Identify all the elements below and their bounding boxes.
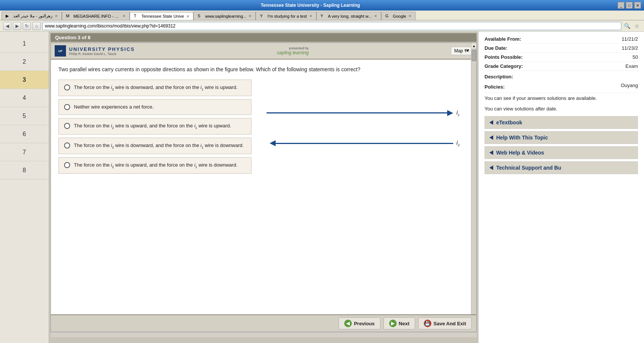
- horizontal-scrollbar[interactable]: [51, 332, 477, 337]
- university-logo: UP UNIVERSITY PHYSICS Philip R. Kesten D…: [55, 45, 135, 57]
- option-a-radio[interactable]: [64, 84, 70, 90]
- option-c-radio[interactable]: [64, 123, 70, 129]
- policies-section: Policies: Ouyang: [485, 81, 638, 93]
- tab-label-tab1: زهرالنور - ملا حیدر العد: [13, 14, 52, 18]
- question-number-5[interactable]: 5: [0, 107, 49, 125]
- back-button[interactable]: ◀: [3, 22, 11, 30]
- option-a-box: The force on the i2 wire is downward, an…: [58, 80, 251, 96]
- address-bar[interactable]: [42, 22, 621, 30]
- question-number-1[interactable]: 1: [0, 35, 49, 53]
- question-number-2[interactable]: 2: [0, 53, 49, 71]
- next-label: Next: [399, 321, 409, 326]
- home-button[interactable]: ⌂: [32, 22, 41, 30]
- next-icon: ▶: [389, 320, 397, 327]
- tab-tab7[interactable]: GGoogle✕: [381, 12, 416, 20]
- tab-close-tab3[interactable]: ✕: [186, 14, 189, 18]
- accordion-web-help[interactable]: Web Help & Videos: [485, 146, 638, 159]
- content-area: Question 3 of 8 UP UNIVERSITY PHYSICS Ph…: [49, 32, 478, 343]
- option-d-row: The force on the i2 wire is downward, an…: [64, 142, 246, 150]
- scroll-thumb[interactable]: [472, 50, 476, 61]
- option-b-radio[interactable]: [64, 104, 70, 110]
- option-e-radio[interactable]: [64, 162, 70, 168]
- grade-category-row: Grade Category: Exam: [485, 62, 638, 71]
- vertical-scrollbar[interactable]: ▲ ▼: [471, 43, 476, 332]
- map-label: Map: [454, 48, 463, 54]
- close-button[interactable]: ✕: [634, 2, 641, 9]
- tab-tab3[interactable]: TTennessee State Unive✕: [130, 12, 193, 20]
- tab-tab4[interactable]: Swww.saplinglearning...✕: [193, 12, 256, 20]
- map-button[interactable]: Map 🗺: [451, 47, 472, 55]
- accordion-web-help-label: Web Help & Videos: [496, 150, 544, 156]
- wire2-label: i2: [456, 139, 460, 147]
- tab-close-tab2[interactable]: ✕: [123, 14, 126, 18]
- wire2-arrowhead: [270, 140, 276, 146]
- question-sidebar: 12345678: [0, 32, 49, 343]
- star-icon[interactable]: ☆: [633, 22, 641, 30]
- accordion-etextbook-header[interactable]: eTextbook: [485, 116, 638, 129]
- accordion-tech-support-header[interactable]: Technical Support and Bu: [485, 162, 638, 174]
- previous-icon: ◀: [344, 320, 352, 327]
- diagram-area: i1 i2: [259, 80, 467, 177]
- accordion-tech-support[interactable]: Technical Support and Bu: [485, 161, 638, 174]
- option-b-box: Neither wire experiences a net force.: [58, 99, 251, 115]
- tab-close-tab6[interactable]: ✕: [374, 14, 377, 18]
- tab-favicon-tab5: Y: [260, 14, 265, 19]
- question-frame: UP UNIVERSITY PHYSICS Philip R. Kesten D…: [51, 43, 477, 332]
- tab-tab1[interactable]: ▶زهرالنور - ملا حیدر العد✕: [2, 12, 62, 20]
- tab-tab2[interactable]: MMEGASHARE.INFO - V...✕: [62, 12, 130, 20]
- accordion-etextbook[interactable]: eTextbook: [485, 116, 638, 129]
- question-number-7[interactable]: 7: [0, 143, 49, 161]
- description-section: Description:: [485, 71, 638, 81]
- title-bar-controls[interactable]: _ □ ✕: [618, 2, 641, 9]
- save-exit-button[interactable]: 💾 Save And Exit: [418, 317, 472, 329]
- frame-header: UP UNIVERSITY PHYSICS Philip R. Kesten D…: [51, 43, 476, 60]
- save-label: Save And Exit: [434, 321, 466, 326]
- refresh-button[interactable]: ↻: [23, 22, 31, 30]
- policies-label: Policies:: [485, 83, 504, 91]
- accordion-help-topic-arrow: [489, 135, 493, 140]
- tab-tab6[interactable]: YA very long, straight w...✕: [316, 12, 381, 20]
- tab-tab5[interactable]: YI'm studying for a test✕: [256, 12, 316, 20]
- question-text: Two parallel wires carry currents in opp…: [58, 66, 467, 74]
- option-a-text: The force on the i2 wire is downward, an…: [74, 84, 238, 92]
- minimize-button[interactable]: _: [618, 2, 624, 9]
- option-d-radio[interactable]: [64, 142, 70, 149]
- search-icon[interactable]: 🔍: [623, 22, 631, 30]
- question-header: Question 3 of 8: [51, 33, 477, 42]
- accordion-tech-support-arrow: [489, 165, 493, 170]
- question-number-3[interactable]: 3: [0, 71, 49, 89]
- right-panel: Available From: 11/21/2 Due Date: 11/23/…: [478, 32, 644, 343]
- nav-bar: ◀ ▶ ↻ ⌂ 🔍 ☆: [0, 20, 644, 32]
- logo-box: UP: [55, 45, 66, 57]
- question-number-6[interactable]: 6: [0, 125, 49, 143]
- sapling-brand: sapling learning: [277, 50, 309, 55]
- tab-favicon-tab7: G: [385, 14, 391, 19]
- accordion-help-topic-header[interactable]: Help With This Topic: [485, 132, 638, 144]
- option-d-box: The force on the i2 wire is downward, an…: [58, 138, 251, 154]
- tab-close-tab1[interactable]: ✕: [55, 14, 58, 18]
- scroll-up-button[interactable]: ▲: [471, 43, 477, 49]
- question-number-4[interactable]: 4: [0, 89, 49, 107]
- available-from-value: 11/21/2: [622, 36, 638, 42]
- accordion-web-help-header[interactable]: Web Help & Videos: [485, 147, 638, 159]
- previous-button[interactable]: ◀ Previous: [339, 317, 380, 329]
- maximize-button[interactable]: □: [626, 2, 633, 9]
- previous-label: Previous: [354, 321, 375, 326]
- tab-close-tab5[interactable]: ✕: [309, 14, 312, 18]
- tab-close-tab7[interactable]: ✕: [408, 14, 411, 18]
- question-number-8[interactable]: 8: [0, 161, 49, 179]
- due-date-value: 11/23/2: [622, 45, 638, 51]
- title-bar-text: Tennessee State University - Sapling Lea…: [3, 3, 618, 8]
- grade-category-label: Grade Category:: [485, 63, 523, 69]
- question-body: Two parallel wires carry currents in opp…: [51, 60, 476, 183]
- forward-button[interactable]: ▶: [13, 22, 21, 30]
- description-label: Description:: [485, 71, 638, 81]
- wire2-line: [276, 143, 453, 144]
- tab-close-tab4[interactable]: ✕: [248, 14, 251, 18]
- next-button[interactable]: ▶ Next: [383, 317, 415, 329]
- info-text-2: You can view solutions after date.: [485, 104, 638, 114]
- accordion-help-topic[interactable]: Help With This Topic: [485, 131, 638, 144]
- accordion-etextbook-arrow: [489, 120, 493, 125]
- points-label: Points Possible:: [485, 54, 523, 60]
- tab-label-tab3: Tennessee State Unive: [141, 14, 184, 18]
